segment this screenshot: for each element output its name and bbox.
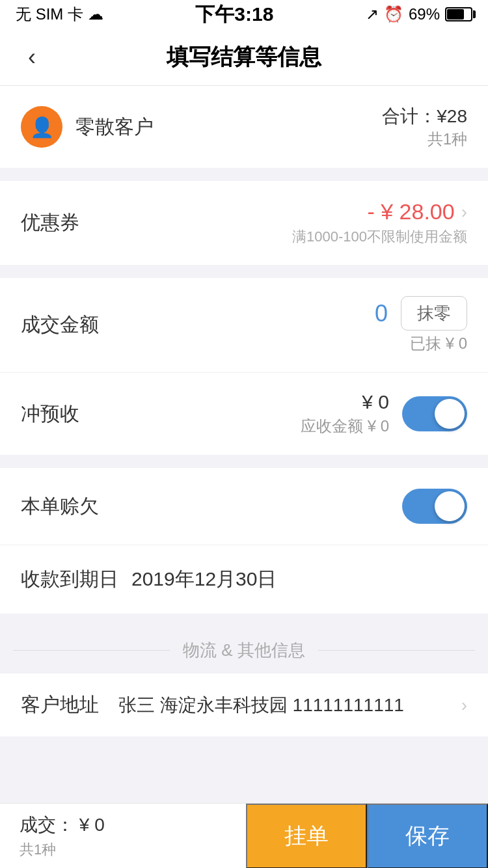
coupon-right: - ¥ 28.00 › 满1000-100不限制使用金额 bbox=[292, 199, 467, 247]
customer-name: 零散客户 bbox=[75, 114, 154, 141]
overdue-label: 本单赊欠 bbox=[21, 493, 99, 520]
advance-toggle[interactable] bbox=[402, 396, 467, 431]
customer-summary: 合计：¥28 共1种 bbox=[382, 104, 467, 150]
transaction-label: 成交金额 bbox=[21, 312, 99, 338]
advance-row: 冲预收 ¥ 0 应收金额 ¥ 0 bbox=[0, 373, 488, 455]
bottom-count: 共1种 bbox=[20, 840, 226, 860]
overdue-toggle[interactable] bbox=[402, 489, 467, 524]
content-area: 👤 零散客户 合计：¥28 共1种 优惠券 - ¥ 28.00 › 满1000-… bbox=[0, 86, 488, 828]
due-date-value: 2019年12月30日 bbox=[131, 566, 277, 593]
deal-label: 成交： bbox=[20, 815, 74, 835]
transaction-right: 0 抹零 已抹 ¥ 0 bbox=[349, 296, 467, 354]
overdue-row: 本单赊欠 bbox=[0, 468, 488, 545]
bottom-deal: 成交： ¥ 0 bbox=[20, 813, 226, 837]
logistics-line-right bbox=[318, 650, 475, 651]
transaction-section: 成交金额 0 抹零 已抹 ¥ 0 冲预收 ¥ 0 应收金额 ¥ 0 bbox=[0, 278, 488, 455]
logistics-label: 物流 & 其他信息 bbox=[183, 639, 305, 662]
transaction-value[interactable]: 0 bbox=[349, 300, 388, 327]
address-section[interactable]: 客户地址 张三 海淀永丰科技园 11111111111 › bbox=[0, 673, 488, 737]
advance-right: ¥ 0 应收金额 ¥ 0 bbox=[301, 391, 389, 437]
customer-row: 👤 零散客户 合计：¥28 共1种 bbox=[0, 86, 488, 168]
location-icon: ↗ bbox=[366, 5, 379, 23]
transaction-row: 成交金额 0 抹零 已抹 ¥ 0 bbox=[0, 278, 488, 373]
overdue-section: 本单赊欠 收款到期日 2019年12月30日 bbox=[0, 468, 488, 614]
address-row[interactable]: 客户地址 张三 海淀永丰科技园 11111111111 › bbox=[0, 673, 488, 737]
due-date-row: 收款到期日 2019年12月30日 bbox=[0, 545, 488, 614]
bottom-bar: 成交： ¥ 0 共1种 挂单 保存 bbox=[0, 803, 488, 868]
address-label: 客户地址 bbox=[21, 692, 99, 718]
coupon-row[interactable]: 优惠券 - ¥ 28.00 › 满1000-100不限制使用金额 bbox=[0, 181, 488, 265]
hang-button[interactable]: 挂单 bbox=[246, 804, 367, 869]
gap-5 bbox=[0, 737, 488, 763]
status-bar-time: 下午3:18 bbox=[195, 1, 273, 28]
customer-avatar: 👤 bbox=[21, 106, 62, 148]
save-button[interactable]: 保存 bbox=[367, 804, 488, 869]
alarm-icon: ⏰ bbox=[384, 5, 403, 23]
due-date-label: 收款到期日 bbox=[21, 566, 118, 593]
advance-receivable: 应收金额 ¥ 0 bbox=[301, 416, 389, 437]
customer-section: 👤 零散客户 合计：¥28 共1种 bbox=[0, 86, 488, 168]
battery-percent: 69% bbox=[409, 5, 440, 23]
battery-icon bbox=[445, 7, 472, 21]
gap-3 bbox=[0, 455, 488, 468]
coupon-label: 优惠券 bbox=[21, 210, 79, 236]
round-button[interactable]: 抹零 bbox=[401, 296, 467, 331]
chevron-right-icon: › bbox=[461, 202, 467, 223]
address-chevron-icon: › bbox=[461, 695, 467, 716]
advance-label: 冲预收 bbox=[21, 401, 79, 427]
toggle-knob bbox=[435, 399, 465, 429]
coupon-desc: 满1000-100不限制使用金额 bbox=[292, 227, 467, 247]
deal-amount: ¥ 0 bbox=[79, 815, 105, 835]
gap-1 bbox=[0, 168, 488, 181]
bottom-summary: 成交： ¥ 0 共1种 bbox=[0, 813, 246, 860]
customer-total: 合计：¥28 bbox=[382, 104, 467, 129]
nav-bar: ‹ 填写结算等信息 bbox=[0, 29, 488, 86]
coupon-amount: - ¥ 28.00 bbox=[367, 199, 454, 224]
logistics-divider: 物流 & 其他信息 bbox=[0, 627, 488, 673]
coupon-section[interactable]: 优惠券 - ¥ 28.00 › 满1000-100不限制使用金额 bbox=[0, 181, 488, 265]
status-bar: 无 SIM 卡 ☁ 下午3:18 ↗ ⏰ 69% bbox=[0, 0, 488, 29]
gap-2 bbox=[0, 265, 488, 278]
logistics-line-left bbox=[13, 650, 170, 651]
deducted-label: 已抹 ¥ 0 bbox=[410, 333, 467, 354]
page-title: 填写结算等信息 bbox=[167, 42, 321, 72]
customer-count: 共1种 bbox=[382, 129, 467, 150]
signal-text: 无 SIM 卡 ☁ bbox=[16, 4, 103, 25]
status-bar-left: 无 SIM 卡 ☁ bbox=[16, 4, 103, 25]
back-button[interactable]: ‹ bbox=[16, 41, 48, 74]
overdue-toggle-knob bbox=[435, 491, 465, 521]
status-bar-right: ↗ ⏰ 69% bbox=[366, 5, 472, 23]
gap-4 bbox=[0, 614, 488, 627]
advance-amount: ¥ 0 bbox=[362, 391, 389, 413]
address-value: 张三 海淀永丰科技园 11111111111 bbox=[118, 693, 455, 718]
